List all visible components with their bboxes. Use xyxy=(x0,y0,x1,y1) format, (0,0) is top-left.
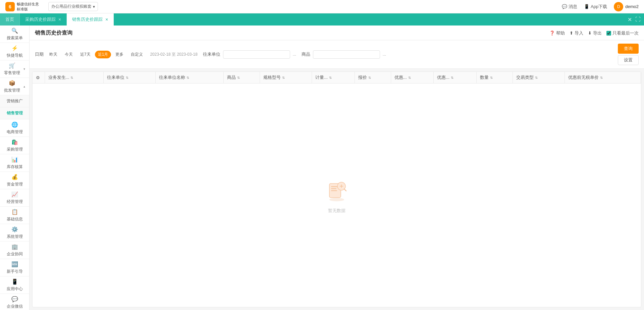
app-selector[interactable]: 办公用品行业模拟账套 ▾ xyxy=(48,2,98,11)
export-btn[interactable]: ⬇ 导出 xyxy=(588,30,602,36)
table-col-discount2[interactable]: 优惠... ⇅ xyxy=(434,72,477,84)
date-btn-custom[interactable]: 自定义 xyxy=(128,51,146,58)
new-icon: 🆕 xyxy=(11,261,18,267)
sort-icon: ⇅ xyxy=(408,76,411,80)
retail-left: 🛒 零售管理 xyxy=(4,62,20,76)
table-col-trade-type[interactable]: 交易类型 ⇅ xyxy=(513,72,565,84)
money-icon: 💰 xyxy=(11,174,18,180)
empty-state: 暂无数据 xyxy=(33,84,641,307)
sidebar-item-wholesale-mgmt[interactable]: 📦 批发管理 ▴ xyxy=(0,78,29,95)
only-last-checkbox[interactable] xyxy=(606,31,611,36)
svg-rect-3 xyxy=(331,188,336,189)
sidebar-item-purchase-mgmt[interactable]: 🛍️ 采购管理 xyxy=(0,137,29,154)
box-icon: 📦 xyxy=(9,80,15,86)
help-icon: ❓ xyxy=(549,31,555,36)
content-pane: 销售历史价查询 ❓ 帮助 ⬆ 导入 ⬇ 导出 xyxy=(30,25,644,310)
counterpart-filter-group: 往来单位 ... xyxy=(203,50,296,59)
maximize-btn[interactable]: ⛶ xyxy=(635,16,641,22)
sidebar-item-quick-nav[interactable]: ⚡ 快捷导航 xyxy=(0,43,29,60)
chat-icon: 💬 xyxy=(11,296,18,302)
sidebar-item-enterprise-wechat[interactable]: 💬 企业微信 xyxy=(0,294,29,310)
logo-icon: 6 xyxy=(5,2,15,11)
sidebar-item-finance-mgmt[interactable]: 💰 资金管理 xyxy=(0,172,29,189)
phone-icon: 📱 xyxy=(584,4,589,9)
date-btn-yesterday[interactable]: 昨天 xyxy=(46,51,60,58)
tab-bar-right: ✕ ⛶ xyxy=(624,13,644,25)
sort-icon: ⇅ xyxy=(368,76,371,80)
table-col-counterpart-name[interactable]: 往来单位名称 ⇅ xyxy=(156,72,224,84)
data-table: ⚙ 业务发生... ⇅ 往来单位 ⇅ xyxy=(33,72,641,84)
goods-input[interactable] xyxy=(313,50,380,59)
sidebar-item-retail-mgmt[interactable]: 🛒 零售管理 ▾ xyxy=(0,60,29,78)
mobile-icon: 📱 xyxy=(11,278,18,285)
sidebar-item-basic-info[interactable]: 📋 基础信息 xyxy=(0,207,29,224)
close-window-btn[interactable]: ✕ xyxy=(628,16,632,23)
sidebar-item-new-guide[interactable]: 🆕 新手引导 xyxy=(0,259,29,276)
date-buttons: 昨天 今天 近7天 近1月 更多 自定义 xyxy=(46,51,146,58)
sidebar-item-search-menu[interactable]: 🔍 搜索菜单 xyxy=(0,25,29,43)
tab-purchase-close[interactable]: × xyxy=(58,17,61,22)
sort-icon: ⇅ xyxy=(126,76,128,80)
shopping-icon: 🛍️ xyxy=(11,139,18,145)
app-download-action[interactable]: 📱 App下载 xyxy=(584,4,607,10)
help-btn[interactable]: ❓ 帮助 xyxy=(549,30,565,36)
trending-icon: 📈 xyxy=(11,191,18,198)
logo[interactable]: 6 畅捷信好生意 标准版 xyxy=(5,2,39,11)
tab-sales-history[interactable]: 销售历史价跟踪 × xyxy=(67,13,114,25)
chevron-right-icon: ▾ xyxy=(23,67,25,71)
sidebar-item-ops-mgmt[interactable]: 📈 经营管理 xyxy=(0,189,29,207)
table-col-biz-date[interactable]: 业务发生... ⇅ xyxy=(45,72,103,84)
goods-select-btn[interactable]: ... xyxy=(383,52,386,57)
sort-icon: ⇅ xyxy=(186,76,189,80)
settings-button[interactable]: 设置 xyxy=(618,55,639,65)
message-action[interactable]: 💬 消息 xyxy=(562,4,577,10)
sort-icon: ⇅ xyxy=(451,76,453,80)
empty-text: 暂无数据 xyxy=(328,208,345,214)
sort-icon: ⇅ xyxy=(70,76,73,80)
top-header: 6 畅捷信好生意 标准版 办公用品行业模拟账套 ▾ 💬 消息 📱 App下载 D… xyxy=(0,0,644,13)
date-btn-last7[interactable]: 近7天 xyxy=(77,51,94,58)
sidebar-item-sys-mgmt[interactable]: ⚙️ 系统管理 xyxy=(0,224,29,242)
gear-icon: ⚙️ xyxy=(11,226,18,232)
header-right: 💬 消息 📱 App下载 D demo2 xyxy=(562,2,639,11)
tab-home[interactable]: 首页 xyxy=(0,13,20,25)
counterpart-select-btn[interactable]: ... xyxy=(293,52,296,57)
query-button[interactable]: 查询 xyxy=(618,44,639,54)
sidebar-item-app-center[interactable]: 📱 应用中心 xyxy=(0,276,29,294)
sidebar-item-ecom-mgmt[interactable]: 🌐 电商管理 xyxy=(0,119,29,137)
table-col-goods[interactable]: 商品 ⇅ xyxy=(223,72,260,84)
chevron-down-icon: ▾ xyxy=(93,4,95,9)
counterpart-input[interactable] xyxy=(223,50,290,59)
table-col-unit[interactable]: 计量... ⇅ xyxy=(312,72,355,84)
date-btn-more[interactable]: 更多 xyxy=(112,51,126,58)
tab-sales-close[interactable]: × xyxy=(105,17,108,22)
svg-rect-4 xyxy=(331,190,337,191)
table-col-counterpart[interactable]: 往来单位 ⇅ xyxy=(103,72,155,84)
date-btn-last1m[interactable]: 近1月 xyxy=(95,51,111,58)
table-header-row: ⚙ 业务发生... ⇅ 往来单位 ⇅ xyxy=(33,72,641,84)
import-btn[interactable]: ⬆ 导入 xyxy=(570,30,583,36)
table-col-discount1[interactable]: 优惠... ⇅ xyxy=(391,72,434,84)
tab-purchase-history[interactable]: 采购历史价跟踪 × xyxy=(20,13,67,25)
sidebar-item-sales-mgmt[interactable]: 销售管理 xyxy=(0,107,29,119)
table-col-pre-tax-price[interactable]: 优惠前无税单价 ⇅ xyxy=(565,72,641,84)
table-col-quantity[interactable]: 数量 ⇅ xyxy=(477,72,513,84)
user-info[interactable]: D demo2 xyxy=(614,2,639,11)
goods-filter-group: 商品 ... xyxy=(302,50,386,59)
main-area: 🔍 搜索菜单 ⚡ 快捷导航 🛒 零售管理 ▾ 📦 批发管理 ▴ 营销推广 xyxy=(0,25,644,310)
sidebar-item-inventory[interactable]: 📊 库存核算 xyxy=(0,154,29,172)
page-title-row: 销售历史价查询 ❓ 帮助 ⬆ 导入 ⬇ 导出 xyxy=(35,30,639,37)
table-col-spec[interactable]: 规格型号 ⇅ xyxy=(260,72,312,84)
date-label: 日期 xyxy=(35,51,44,57)
header-left: 6 畅捷信好生意 标准版 办公用品行业模拟账套 ▾ xyxy=(5,2,98,11)
table-col-quoted-price[interactable]: 报价 ⇅ xyxy=(355,72,391,84)
sidebar: 🔍 搜索菜单 ⚡ 快捷导航 🛒 零售管理 ▾ 📦 批发管理 ▴ 营销推广 xyxy=(0,25,30,310)
expand-arrow-icon: ▴ xyxy=(23,85,25,88)
sort-icon: ⇅ xyxy=(600,76,603,80)
date-btn-today[interactable]: 今天 xyxy=(62,51,76,58)
sort-icon: ⇅ xyxy=(535,76,538,80)
sidebar-item-enterprise[interactable]: 🏢 企业协同 xyxy=(0,242,29,259)
table-col-settings[interactable]: ⚙ xyxy=(33,72,45,84)
web-icon: 🌐 xyxy=(11,121,18,128)
sidebar-item-marketing[interactable]: 营销推广 xyxy=(0,95,29,107)
